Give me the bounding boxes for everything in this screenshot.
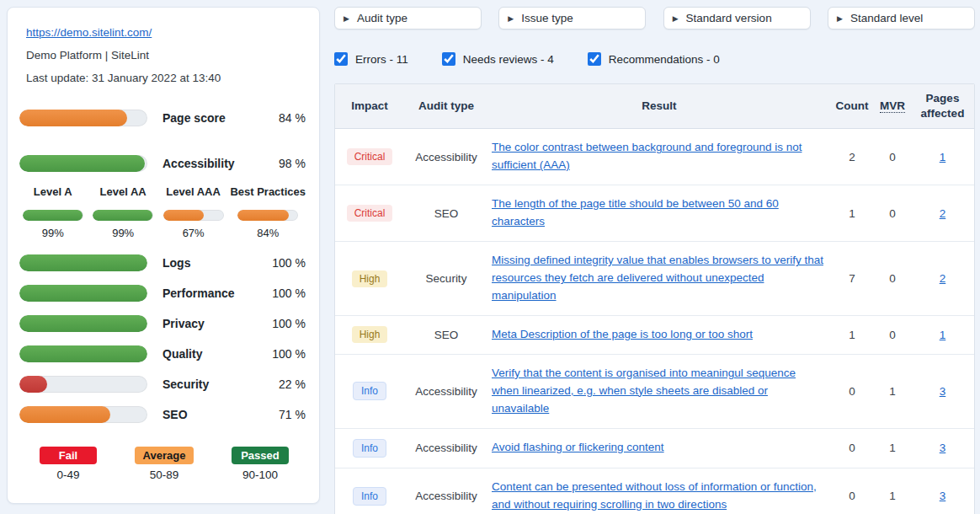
results-table-card: Impact Audit type Result Count MVR Pages… <box>334 83 975 514</box>
pages-affected-link[interactable]: 3 <box>940 490 946 502</box>
pages-affected-link[interactable]: 3 <box>940 385 946 398</box>
mvr-cell: 0 <box>874 185 911 242</box>
level-a-bar <box>23 210 83 221</box>
result-link[interactable]: The color contrast between background an… <box>492 141 802 171</box>
filter-issue-type[interactable]: ▶ Issue type <box>498 7 646 29</box>
accessibility-bar <box>19 155 147 172</box>
table-row: Info Accessibility Verify that the conte… <box>335 354 974 428</box>
score-value: 22 % <box>279 377 306 391</box>
toggle-bar: Errors - 11 Needs reviews - 4 Recommenda… <box>334 52 975 66</box>
legend-average-badge: Average <box>135 447 194 464</box>
security-bar-fill <box>19 376 47 393</box>
last-update: Last update: 31 January 2022 at 13:40 <box>26 72 306 84</box>
table-header-row: Impact Audit type Result Count MVR Pages… <box>335 84 974 129</box>
score-value: 84 % <box>279 111 306 125</box>
toggle-errors[interactable]: Errors - 11 <box>334 52 408 66</box>
score-value: 100 % <box>272 347 306 361</box>
result-link[interactable]: Meta Description of the page is too long… <box>492 328 753 340</box>
page-layout: https://demo.sitelint.com/ Demo Platform… <box>0 0 980 514</box>
pages-affected-link[interactable]: 1 <box>940 151 946 163</box>
errors-checkbox[interactable] <box>334 52 348 66</box>
filter-standard-level[interactable]: ▶ Standard level <box>828 7 975 29</box>
count-cell: 0 <box>830 468 874 514</box>
table-row: Info Accessibility Content can be presen… <box>335 468 974 514</box>
quality-bar <box>19 345 147 362</box>
seo-bar-fill <box>19 406 110 423</box>
level-a-bar-fill <box>23 210 83 221</box>
count-cell: 1 <box>830 185 874 242</box>
result-link[interactable]: Missing defined integrity value that ena… <box>492 254 823 302</box>
score-value: 100 % <box>272 317 306 330</box>
score-label: Performance <box>162 286 235 300</box>
mvr-cell: 0 <box>874 242 911 316</box>
pages-affected-link[interactable]: 2 <box>940 207 946 220</box>
score-label: SEO <box>162 408 188 421</box>
score-row-privacy: Privacy 100 % <box>19 315 306 332</box>
legend-item-fail: Fail 0-49 <box>40 447 97 481</box>
mvr-cell: 1 <box>874 468 911 514</box>
score-value: 98 % <box>279 157 306 170</box>
audit-type-cell: SEO <box>404 315 488 354</box>
best-practices-bar-fill <box>237 210 288 221</box>
score-label: Page score <box>162 111 226 125</box>
header-count: Count <box>830 84 874 129</box>
mvr-cell: 0 <box>874 315 911 354</box>
recommendations-checkbox[interactable] <box>588 52 601 66</box>
result-link[interactable]: Avoid flashing or flickering content <box>492 441 664 453</box>
impact-badge: Info <box>353 487 386 506</box>
filter-bar: ▶ Audit type ▶ Issue type ▶ Standard ver… <box>334 7 975 29</box>
audit-type-cell: Accessibility <box>404 129 488 185</box>
toggle-recommendations[interactable]: Recommendations - 0 <box>588 52 720 66</box>
legend-item-average: Average 50-89 <box>135 447 194 481</box>
count-cell: 2 <box>830 129 874 185</box>
score-value: 71 % <box>279 408 306 421</box>
result-link[interactable]: Content can be presented without loss of… <box>492 480 817 511</box>
score-row-page-score: Page score 84 % <box>19 110 306 126</box>
count-cell: 7 <box>830 242 874 316</box>
pages-affected-link[interactable]: 3 <box>940 442 946 454</box>
logs-bar <box>19 254 147 271</box>
score-row-accessibility: Accessibility 98 % <box>19 155 306 172</box>
score-row-security: Security 22 % <box>19 376 306 393</box>
header-audit-type: Audit type <box>404 84 488 129</box>
needs-reviews-checkbox[interactable] <box>442 52 455 66</box>
score-row-logs: Logs 100 % <box>19 254 306 271</box>
result-link[interactable]: The length of the page title should be b… <box>492 197 779 228</box>
header-impact: Impact <box>335 84 404 129</box>
score-value: 100 % <box>272 286 306 300</box>
summary-card: https://demo.sitelint.com/ Demo Platform… <box>7 7 320 504</box>
header-result: Result <box>488 84 830 129</box>
filter-audit-type[interactable]: ▶ Audit type <box>334 7 482 29</box>
score-row-performance: Performance 100 % <box>19 285 306 302</box>
level-aaa-bar <box>163 210 224 221</box>
logs-bar-fill <box>19 254 147 271</box>
toggle-needs-reviews[interactable]: Needs reviews - 4 <box>442 52 554 66</box>
filter-label: Issue type <box>521 12 573 24</box>
results-table: Impact Audit type Result Count MVR Pages… <box>335 84 974 514</box>
legend-average-range: 50-89 <box>135 468 194 481</box>
performance-bar-fill <box>19 285 147 302</box>
triangle-right-icon: ▶ <box>673 14 679 23</box>
level-a-pct: 99% <box>19 227 86 239</box>
security-bar <box>19 376 147 393</box>
triangle-right-icon: ▶ <box>837 14 843 23</box>
quality-bar-fill <box>19 345 147 362</box>
count-cell: 1 <box>830 315 874 354</box>
filter-standard-version[interactable]: ▶ Standard version <box>663 7 811 29</box>
level-aa-pct: 99% <box>89 227 156 239</box>
header-pages-affected: Pages affected <box>911 84 974 129</box>
level-aaa-pct: 67% <box>160 227 226 239</box>
level-aaa-label: Level AAA <box>160 185 226 198</box>
count-cell: 0 <box>830 354 874 428</box>
mvr-abbr: MVR <box>880 99 905 113</box>
site-url-link[interactable]: https://demo.sitelint.com/ <box>26 26 152 39</box>
level-aa-bar-fill <box>93 210 152 221</box>
result-link[interactable]: Verify that the content is organised int… <box>492 367 796 415</box>
pages-affected-link[interactable]: 1 <box>940 329 946 341</box>
pages-affected-link[interactable]: 2 <box>940 272 946 285</box>
mvr-cell: 1 <box>874 354 911 428</box>
triangle-right-icon: ▶ <box>344 14 349 23</box>
page-score-bar <box>19 110 147 126</box>
accessibility-levels: Level A Level AA Level AAA Best Practice… <box>19 185 306 239</box>
impact-badge: Info <box>353 382 386 400</box>
